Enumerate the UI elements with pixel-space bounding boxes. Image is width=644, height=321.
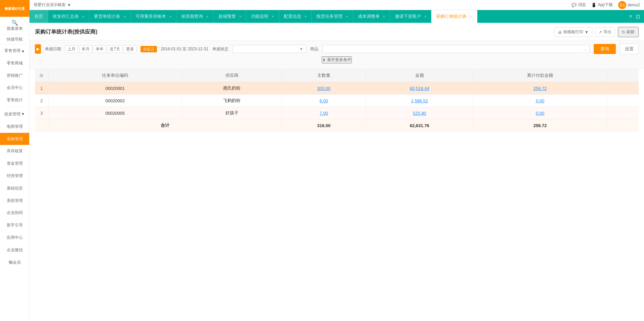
filter-collapse-btn[interactable]: ▶ — [35, 44, 41, 54]
navtab-expiry-query[interactable]: 保质期查询 × — [176, 10, 213, 23]
sidebar-item-label: 应用中心 — [7, 235, 23, 240]
navtab-available-inventory[interactable]: 可用量库存账本 × — [131, 10, 176, 23]
table-row[interactable]: 3 00020005 好孩子 7.00 525.80 0.00 — [35, 107, 639, 119]
sidebar-search-item[interactable]: 🔍 搜索菜单 — [0, 17, 29, 35]
sidebar-item-label: 新手引导 — [7, 223, 23, 227]
cell-supplier: 好孩子 — [182, 107, 282, 119]
sidebar-item-purchase-mgmt[interactable]: 采购管理 — [0, 133, 29, 145]
sidebar-item-marketing[interactable]: 营销推广 — [0, 69, 29, 82]
print-button[interactable]: 🖨 按模板打印 ▼ — [554, 27, 592, 37]
close-icon[interactable]: × — [206, 14, 208, 18]
sidebar-item-operations[interactable]: 经营管理 — [0, 170, 29, 182]
date-this-month-btn[interactable]: 本月 — [79, 45, 92, 53]
app-download-btn[interactable]: 📱 App下载 — [591, 2, 613, 8]
export-button[interactable]: ↗ 导出 — [595, 27, 615, 37]
query-button[interactable]: 查询 — [594, 44, 616, 54]
close-icon[interactable]: × — [239, 14, 241, 18]
sidebar-item-label: 零售管理 — [4, 48, 20, 54]
workspace-selector[interactable]: 母婴行业演示账套 ▼ — [34, 2, 71, 8]
amount-link[interactable]: 525.80 — [413, 111, 426, 116]
date-more-btn[interactable]: 更多 — [124, 45, 137, 53]
topbar-right: 💬 消息 📱 App下载 Ea demo2 — [572, 1, 640, 9]
navtab-invite-downstream[interactable]: 邀请下游客户 × — [390, 10, 431, 23]
sidebar-item-retail-stats[interactable]: 零售统计 — [0, 94, 29, 106]
refresh-button[interactable]: ↻ 刷新 — [618, 27, 639, 37]
paid-link[interactable]: 0.00 — [536, 111, 544, 116]
footer-empty-1 — [35, 119, 48, 132]
sidebar-item-newbie-guide[interactable]: 新手引导 — [0, 219, 29, 231]
more-ellipsis[interactable]: ... — [583, 47, 587, 51]
qty-link[interactable]: 303.00 — [317, 86, 330, 91]
goods-input[interactable]: ... — [322, 45, 590, 53]
sidebar-item-label: 系统管理 — [7, 198, 23, 203]
navtab-requisition-stats[interactable]: 要货单统计表 × — [89, 10, 130, 23]
sidebar-item-retail-mgmt[interactable]: 零售管理 ▲ — [0, 45, 29, 57]
sidebar-item-basic-info[interactable]: 基础信息 — [0, 182, 29, 195]
navtab-config-info[interactable]: 配置信息 × — [279, 10, 312, 23]
sidebar-item-inventory[interactable]: 库存核算 — [0, 145, 29, 157]
message-btn[interactable]: 💬 消息 — [572, 2, 586, 8]
navtab-overstock-warning[interactable]: 超储预警 × — [214, 10, 246, 23]
close-icon[interactable]: × — [424, 14, 426, 18]
navtab-purchase-order-stats[interactable]: 采购订单统计表 × — [431, 10, 477, 23]
sidebar-item-wholesale-mgmt[interactable]: 批发管理 ▼ — [0, 108, 29, 120]
sidebar-item-member[interactable]: 畅会员 — [0, 256, 29, 269]
export-label: 导出 — [603, 29, 611, 35]
user-profile-btn[interactable]: Ea demo2 — [618, 1, 640, 9]
sidebar-quicknav-item[interactable]: 快捷导航 — [0, 35, 29, 45]
restore-tabs-icon[interactable]: ⊡ — [634, 13, 641, 20]
qty-link[interactable]: 6.00 — [320, 98, 328, 103]
amount-link[interactable]: 1,586.52 — [411, 98, 428, 103]
sidebar-item-label: 批发管理 — [4, 111, 20, 117]
cell-paid: 259.72 — [473, 82, 607, 95]
sidebar-item-enterprise-wechat[interactable]: 企业微信 — [0, 244, 29, 256]
sidebar-item-enterprise-collab[interactable]: 企业协同 — [0, 207, 29, 219]
print-dropdown-icon: ▼ — [585, 30, 589, 35]
table-row[interactable]: 1 00020001 惠氏奶粉 303.00 60,519.44 259.72 — [35, 82, 639, 95]
status-select[interactable]: ▼ — [232, 45, 306, 53]
close-icon[interactable]: × — [470, 14, 472, 18]
close-icon[interactable]: × — [169, 14, 171, 18]
sidebar-item-finance[interactable]: 资金管理 — [0, 157, 29, 170]
close-all-tabs-icon[interactable]: × — [628, 13, 634, 19]
navtab-label: 配置信息 — [284, 13, 301, 19]
navtab-receive-send-summary[interactable]: 收发存汇总表 × — [48, 10, 89, 23]
export-icon: ↗ — [599, 30, 602, 35]
close-icon[interactable]: × — [272, 14, 274, 18]
table-footer-row: 合计 316.00 62,631.76 259.72 — [35, 119, 639, 132]
print-label: 按模板打印 — [563, 29, 583, 35]
date-last-7days-btn[interactable]: 近7天 — [107, 45, 122, 53]
cell-supplier: 飞鹤奶粉 — [182, 95, 282, 107]
settings-col-icon[interactable]: ⚙ — [39, 73, 44, 78]
close-icon[interactable]: × — [346, 14, 348, 18]
expand-more-btn[interactable]: ⬇ 展开更多条件 — [322, 56, 352, 63]
sidebar-item-member-center[interactable]: 会员中心 — [0, 82, 29, 94]
close-icon[interactable]: × — [383, 14, 385, 18]
navtab-function-desc[interactable]: 功能说明 × — [246, 10, 279, 23]
close-icon[interactable]: × — [305, 14, 307, 18]
navtab-cost-adjust[interactable]: 成本调整单 × — [353, 10, 390, 23]
sidebar-item-label: 畅会员 — [9, 260, 21, 265]
amount-link[interactable]: 60,519.44 — [410, 86, 429, 91]
close-icon[interactable]: × — [123, 14, 125, 18]
date-custom-badge[interactable]: 自定义 — [141, 46, 157, 52]
sidebar-item-ecommerce[interactable]: 电商管理 — [0, 120, 29, 133]
avatar: Ea — [618, 1, 626, 9]
sidebar-item-app-center[interactable]: 应用中心 — [0, 231, 29, 244]
settings-button[interactable]: 设置 — [620, 44, 639, 54]
sidebar-item-retail-mall[interactable]: 零售商城 — [0, 57, 29, 69]
paid-link[interactable]: 259.72 — [533, 86, 547, 91]
table-header-row: ⚙ 往来单位编码 供应商 主数量 金额 累计付款金额 — [35, 69, 639, 82]
qty-link[interactable]: 7.00 — [320, 111, 328, 116]
cell-num: 2 — [35, 95, 48, 107]
close-icon[interactable]: × — [82, 14, 84, 18]
navtab-pick-task-mgmt[interactable]: 拣货任务管理 × — [312, 10, 353, 23]
navtab-home[interactable]: 首页 — [30, 10, 48, 23]
date-this-year-btn[interactable]: 本年 — [93, 45, 106, 53]
date-last-month-btn[interactable]: 上月 — [65, 45, 78, 53]
sidebar-item-system-mgmt[interactable]: 系统管理 — [0, 195, 29, 207]
navtabs-end: × ⊡ — [628, 13, 644, 20]
cell-code: 00020001 — [48, 82, 182, 95]
paid-link[interactable]: 0.00 — [536, 98, 544, 103]
table-row[interactable]: 2 00020002 飞鹤奶粉 6.00 1,586.52 0.00 — [35, 95, 639, 107]
